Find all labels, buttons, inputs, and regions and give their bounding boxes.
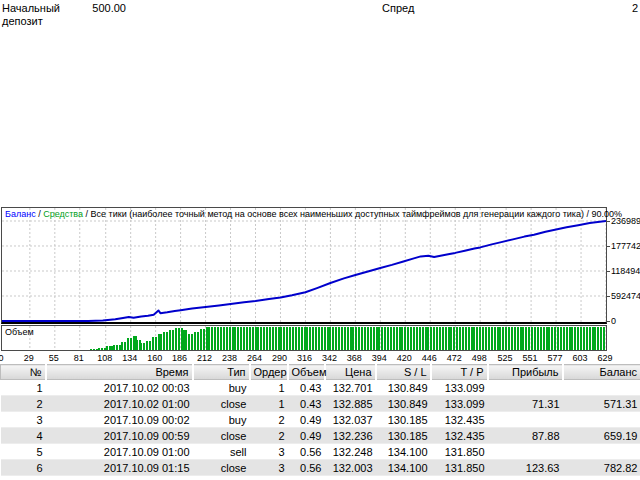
trade-cell: 134.100 — [376, 460, 431, 476]
trade-cell: 3 — [1, 412, 46, 428]
volume-bar — [462, 327, 464, 350]
volume-bar — [249, 327, 251, 350]
volume-chart-pane: Объем — [1, 325, 607, 351]
volume-bar — [456, 327, 458, 350]
volume-bar — [246, 327, 248, 350]
volume-bar — [551, 327, 553, 350]
volume-bar — [373, 327, 375, 350]
volume-bar — [499, 327, 501, 350]
trade-cell: 2 — [250, 412, 288, 428]
volume-bar — [525, 327, 527, 350]
volume-bar — [335, 327, 337, 350]
volume-bar — [468, 327, 470, 350]
trade-cell: 71.31 — [488, 396, 563, 412]
trade-cell — [563, 380, 640, 396]
trade-row: 12017.10.02 00:03buy10.43132.701130.8491… — [1, 380, 640, 396]
trade-cell: 0.56 — [288, 460, 325, 476]
volume-bar — [494, 327, 496, 350]
volume-bar — [352, 327, 354, 350]
volume-bar — [208, 327, 210, 350]
volume-bar — [332, 327, 334, 350]
volume-bar — [309, 327, 311, 350]
volume-bar — [321, 327, 323, 350]
trade-row: 52017.10.09 01:00sell30.56132.248134.100… — [1, 444, 640, 460]
trade-cell: 2017.10.09 01:15 — [46, 460, 193, 476]
trade-cell: 0.56 — [288, 444, 325, 460]
volume-bar — [419, 327, 421, 350]
balance-line-chart — [2, 208, 606, 322]
volume-bar — [401, 327, 403, 350]
trades-column-header: Тип — [193, 365, 250, 380]
volume-bar — [188, 334, 190, 350]
volume-bar — [566, 327, 568, 350]
trade-cell: 5 — [1, 444, 46, 460]
trade-cell: 132.037 — [325, 412, 376, 428]
volume-pane-label: Объем — [5, 327, 34, 337]
volume-bar — [600, 327, 602, 350]
volume-bar — [471, 327, 473, 350]
volume-bar — [430, 327, 432, 350]
volume-bar — [548, 327, 550, 350]
volume-bar — [306, 327, 308, 350]
volume-bar — [220, 327, 222, 350]
volume-bar — [169, 330, 171, 350]
trade-cell: 571.31 — [563, 396, 640, 412]
volume-bar — [476, 327, 478, 350]
trade-cell: 130.849 — [376, 396, 431, 412]
trade-cell: 1 — [250, 396, 288, 412]
volume-bar — [338, 327, 340, 350]
volume-bar — [485, 327, 487, 350]
volume-bar — [329, 327, 331, 350]
volume-bar — [315, 327, 317, 350]
volume-bar — [229, 327, 231, 350]
volume-bar — [384, 327, 386, 350]
trades-column-header: Ордер — [250, 365, 288, 380]
y-tick-label: 1777423 — [611, 241, 640, 251]
volume-bar — [160, 334, 162, 350]
volume-bar — [574, 327, 576, 350]
volume-bar — [442, 327, 444, 350]
trade-cell — [563, 444, 640, 460]
trade-cell — [488, 444, 563, 460]
trade-row: 42017.10.09 00:59close20.49132.236130.18… — [1, 428, 640, 444]
trade-cell: 0.49 — [288, 412, 325, 428]
trade-cell: 133.099 — [431, 380, 488, 396]
volume-bar — [275, 327, 277, 350]
volume-bar — [344, 327, 346, 350]
trade-cell: 2017.10.09 00:59 — [46, 428, 193, 444]
balance-chart-pane: Баланс / Средства / Все тики (наиболее т… — [1, 207, 607, 324]
trade-cell: 2017.10.09 00:02 — [46, 412, 193, 428]
volume-bar — [223, 327, 225, 350]
trade-cell: 132.003 — [325, 460, 376, 476]
volume-bar — [143, 343, 145, 350]
volume-bar — [226, 327, 228, 350]
trade-cell: 132.885 — [325, 396, 376, 412]
y-tick-mark — [606, 296, 610, 297]
volume-bar — [528, 327, 530, 350]
volume-bar — [90, 349, 92, 350]
volume-bar — [286, 327, 288, 350]
volume-bar — [324, 327, 326, 350]
volume-bar — [520, 327, 522, 350]
volume-bar — [136, 340, 138, 350]
volume-bar — [341, 327, 343, 350]
volume-bar — [234, 327, 236, 350]
trade-cell: close — [193, 428, 250, 444]
trade-cell — [488, 412, 563, 428]
volume-bar — [422, 327, 424, 350]
trades-column-header: Время — [46, 365, 193, 380]
volume-bar — [214, 327, 216, 350]
trade-cell: sell — [193, 444, 250, 460]
volume-bar — [350, 327, 352, 350]
y-tick-mark — [606, 246, 610, 247]
volume-bar — [425, 327, 427, 350]
volume-bar — [381, 327, 383, 350]
volume-bar — [101, 348, 103, 350]
volume-bar — [522, 327, 524, 350]
volume-bar — [370, 327, 372, 350]
trade-cell: 2 — [250, 428, 288, 444]
volume-bar — [243, 327, 245, 350]
volume-bar — [514, 327, 516, 350]
volume-bar — [255, 327, 257, 350]
trades-column-header: Прибыль — [488, 365, 563, 380]
